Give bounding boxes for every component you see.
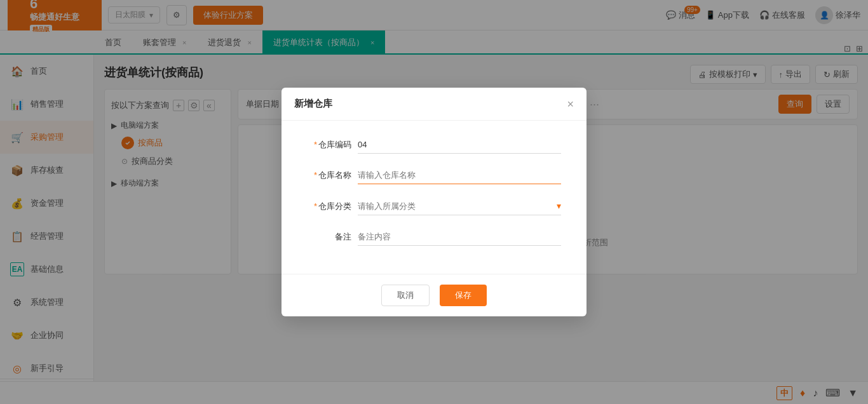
modal-overlay: 新增仓库 × 仓库编码 仓库名称 仓库分类 ▾ (0, 0, 868, 404)
category-select[interactable]: ▾ (358, 197, 561, 215)
add-warehouse-modal: 新增仓库 × 仓库编码 仓库名称 仓库分类 ▾ (281, 88, 587, 316)
category-input[interactable] (358, 201, 557, 211)
modal-body: 仓库编码 仓库名称 仓库分类 ▾ 备注 (281, 121, 587, 274)
code-label: 仓库编码 (307, 139, 351, 151)
note-label: 备注 (307, 231, 351, 243)
warehouse-name-row: 仓库名称 (307, 166, 561, 184)
category-dropdown-icon: ▾ (557, 201, 561, 211)
warehouse-category-row: 仓库分类 ▾ (307, 197, 561, 215)
modal-title: 新增仓库 (294, 98, 332, 110)
warehouse-code-input[interactable] (358, 136, 561, 154)
warehouse-note-row: 备注 (307, 228, 561, 246)
warehouse-note-input[interactable] (358, 228, 561, 246)
category-label: 仓库分类 (307, 201, 351, 212)
cancel-button[interactable]: 取消 (381, 285, 430, 306)
modal-header: 新增仓库 × (281, 88, 587, 121)
name-label: 仓库名称 (307, 170, 351, 181)
modal-close-button[interactable]: × (567, 98, 574, 110)
save-button[interactable]: 保存 (440, 285, 487, 306)
warehouse-code-row: 仓库编码 (307, 136, 561, 154)
modal-footer: 取消 保存 (281, 274, 587, 316)
warehouse-name-input[interactable] (358, 166, 561, 184)
